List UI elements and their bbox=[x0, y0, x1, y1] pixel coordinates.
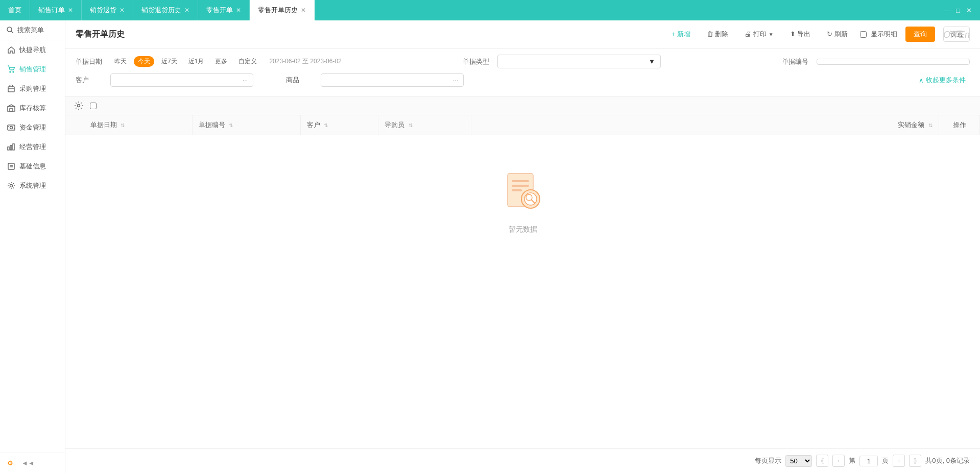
show-detail-label-text: 显示明细 bbox=[871, 30, 897, 39]
print-button[interactable]: 🖨 打印 ▼ bbox=[740, 28, 778, 41]
customer-input[interactable]: ··· bbox=[110, 73, 253, 87]
window-maximize[interactable]: □ bbox=[956, 7, 960, 14]
col-customer[interactable]: 客户 ⇅ bbox=[300, 115, 378, 135]
sidebar-item-basic-info-label: 基础信息 bbox=[19, 162, 46, 171]
prev-page-btn[interactable]: ‹ bbox=[832, 455, 845, 467]
first-page-btn[interactable]: ⟪ bbox=[816, 455, 828, 467]
bill-no-input[interactable] bbox=[817, 59, 970, 65]
toolbar: + 新增 🗑 删除 🖨 打印 ▼ ⬆ 导出 ↻ 刷新 显示明细 bbox=[667, 27, 970, 42]
shortcut-7days[interactable]: 近7天 bbox=[157, 56, 181, 67]
shortcut-more[interactable]: 更多 bbox=[211, 56, 231, 67]
delete-button[interactable]: 🗑 删除 bbox=[703, 28, 733, 41]
next-page-btn[interactable]: › bbox=[893, 455, 905, 467]
svg-rect-7 bbox=[10, 109, 13, 111]
sidebar-collapse-btn[interactable]: ◄◄ bbox=[21, 459, 35, 467]
add-button[interactable]: + 新增 bbox=[667, 28, 694, 41]
col-actions: 操作 bbox=[939, 115, 980, 135]
col-date-sort[interactable]: ⇅ bbox=[121, 122, 125, 128]
window-minimize[interactable]: — bbox=[943, 7, 950, 14]
col-amount-label: 实销金额 bbox=[898, 121, 924, 129]
col-customer-label: 客户 bbox=[307, 121, 320, 129]
bill-type-label: 单据类型 bbox=[463, 57, 491, 66]
sidebar-search[interactable]: 搜索菜单 bbox=[0, 20, 65, 40]
tab-sales-order[interactable]: 销售订单 ✕ bbox=[30, 0, 82, 20]
sidebar-item-quick-nav[interactable]: 快捷导航 bbox=[0, 40, 65, 60]
tab-sales-return-history[interactable]: 销货退货历史 ✕ bbox=[133, 0, 198, 20]
tab-sales-order-close[interactable]: ✕ bbox=[68, 7, 73, 14]
customer-browse-icon[interactable]: ··· bbox=[243, 77, 248, 84]
settings-button[interactable]: 设置 bbox=[943, 27, 970, 42]
empty-text: 暂无数据 bbox=[509, 225, 537, 234]
sidebar-settings-btn[interactable]: ⚙ bbox=[7, 459, 13, 467]
sidebar-item-system-label: 系统管理 bbox=[19, 181, 46, 190]
window-close[interactable]: ✕ bbox=[966, 7, 972, 14]
tab-home[interactable]: 首页 bbox=[0, 0, 30, 20]
tab-sales-return[interactable]: 销货退货 ✕ bbox=[82, 0, 133, 20]
sidebar-item-sales-mgmt[interactable]: 销售管理 bbox=[0, 60, 65, 79]
tab-retail-open-close[interactable]: ✕ bbox=[236, 7, 241, 14]
table-area: 单据日期 ⇅ 单据编号 ⇅ 客户 ⇅ bbox=[65, 96, 980, 448]
col-salesperson[interactable]: 导购员 ⇅ bbox=[378, 115, 471, 135]
tab-retail-open-label: 零售开单 bbox=[206, 6, 233, 15]
tab-sales-return-history-close[interactable]: ✕ bbox=[184, 7, 189, 14]
table-settings-icon[interactable] bbox=[74, 101, 84, 111]
col-checkbox bbox=[65, 115, 84, 135]
tab-retail-history[interactable]: 零售开单历史 ✕ bbox=[250, 0, 315, 20]
collapse-label: 收起更多条件 bbox=[926, 76, 966, 85]
print-dropdown-icon[interactable]: ▼ bbox=[769, 32, 774, 37]
sidebar-search-label: 搜索菜单 bbox=[17, 26, 44, 35]
shortcut-custom[interactable]: 自定义 bbox=[234, 56, 261, 67]
sidebar-item-inventory[interactable]: 库存核算 bbox=[0, 98, 65, 118]
col-amount[interactable]: 实销金额 ⇅ bbox=[471, 115, 939, 135]
shortcut-1month[interactable]: 近1月 bbox=[184, 56, 208, 67]
shortcut-today[interactable]: 今天 bbox=[134, 56, 154, 67]
product-input[interactable]: ··· bbox=[321, 73, 464, 87]
product-browse-icon[interactable]: ··· bbox=[453, 77, 458, 84]
tab-sales-order-label: 销售订单 bbox=[38, 6, 65, 15]
tab-retail-history-close[interactable]: ✕ bbox=[301, 7, 306, 14]
tab-sales-return-close[interactable]: ✕ bbox=[119, 7, 125, 14]
col-actions-label: 操作 bbox=[953, 121, 966, 129]
col-date[interactable]: 单据日期 ⇅ bbox=[84, 115, 192, 135]
table-container: 单据日期 ⇅ 单据编号 ⇅ 客户 ⇅ bbox=[65, 115, 980, 448]
refresh-button[interactable]: ↻ 刷新 bbox=[823, 28, 852, 41]
shortcut-yesterday[interactable]: 昨天 bbox=[110, 56, 131, 67]
sidebar-item-basic-info[interactable]: 基础信息 bbox=[0, 157, 65, 176]
last-page-btn[interactable]: ⟫ bbox=[909, 455, 921, 467]
print-label: 🖨 打印 bbox=[745, 30, 767, 39]
top-tabbar: 首页 销售订单 ✕ 销货退货 ✕ 销货退货历史 ✕ 零售开单 ✕ 零售开单历史 … bbox=[0, 0, 980, 20]
col-customer-sort[interactable]: ⇅ bbox=[324, 122, 328, 128]
svg-rect-12 bbox=[8, 147, 9, 150]
pagination: 每页显示 50 10 20 100 ⟪ ‹ 第 页 › ⟫ 共0页, 0条记录 bbox=[65, 448, 980, 473]
sidebar-item-system[interactable]: 系统管理 bbox=[0, 176, 65, 195]
col-no[interactable]: 单据编号 ⇅ bbox=[192, 115, 300, 135]
per-page-select[interactable]: 50 10 20 100 bbox=[785, 455, 812, 467]
delete-label: 🗑 删除 bbox=[707, 30, 729, 39]
refresh-label: ↻ 刷新 bbox=[827, 30, 848, 39]
tab-retail-open[interactable]: 零售开单 ✕ bbox=[198, 0, 250, 20]
bill-no-label: 单据编号 bbox=[782, 57, 810, 66]
col-amount-sort[interactable]: ⇅ bbox=[928, 122, 933, 128]
info-icon bbox=[7, 162, 15, 170]
collapse-btn[interactable]: ∧ 收起更多条件 bbox=[915, 73, 970, 87]
bill-type-select[interactable]: ▼ bbox=[497, 55, 661, 68]
sidebar-item-finance[interactable]: 资金管理 bbox=[0, 118, 65, 137]
empty-state: 暂无数据 bbox=[65, 135, 980, 265]
svg-point-0 bbox=[7, 27, 12, 32]
svg-rect-14 bbox=[13, 144, 14, 150]
bill-type-dropdown-icon: ▼ bbox=[649, 58, 655, 65]
select-all-checkbox[interactable] bbox=[90, 103, 97, 109]
sidebar-item-finance-label: 资金管理 bbox=[19, 123, 46, 132]
show-detail-toggle[interactable]: 显示明细 bbox=[860, 30, 897, 39]
table-toolbar bbox=[65, 96, 980, 115]
export-button[interactable]: ⬆ 导出 bbox=[786, 28, 815, 41]
col-salesperson-sort[interactable]: ⇅ bbox=[409, 122, 413, 128]
sidebar-item-purchase-mgmt[interactable]: 采购管理 bbox=[0, 79, 65, 98]
query-button[interactable]: 查询 bbox=[905, 27, 935, 42]
table-header-row: 单据日期 ⇅ 单据编号 ⇅ 客户 ⇅ bbox=[65, 115, 980, 135]
sidebar-item-purchase-mgmt-label: 采购管理 bbox=[19, 84, 46, 93]
page-input[interactable] bbox=[859, 456, 878, 466]
col-no-sort[interactable]: ⇅ bbox=[229, 122, 233, 128]
sidebar-item-operations[interactable]: 经营管理 bbox=[0, 137, 65, 157]
show-detail-checkbox[interactable] bbox=[860, 31, 867, 38]
